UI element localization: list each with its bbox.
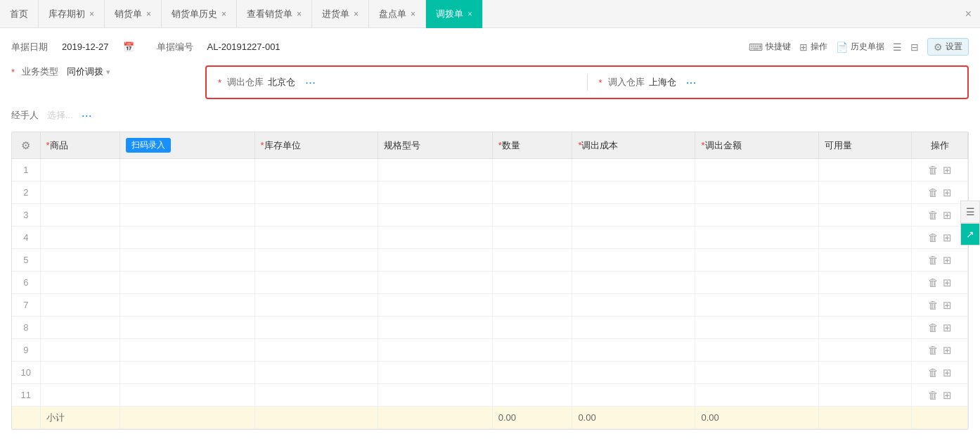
row-amount[interactable] (695, 204, 818, 227)
tab-transfer[interactable]: 调拨单 × (426, 0, 483, 28)
row-product[interactable] (40, 181, 120, 204)
row-qty[interactable] (492, 317, 572, 339)
tab-sales-order-close[interactable]: × (146, 9, 151, 19)
tab-inventory-init-close[interactable]: × (89, 9, 94, 19)
row-amount[interactable] (695, 294, 818, 317)
row-product[interactable] (40, 384, 120, 407)
float-expand-button[interactable]: ↗ (960, 223, 980, 246)
copy-icon[interactable]: ⊞ (943, 231, 952, 244)
row-unit[interactable] (254, 272, 378, 294)
tab-inventory-init[interactable]: 库存期初 × (39, 0, 105, 28)
row-spec[interactable] (378, 384, 492, 407)
settings-button[interactable]: ⚙ 设置 (927, 38, 969, 56)
row-spec[interactable] (378, 249, 492, 272)
row-spec[interactable] (378, 227, 492, 249)
delete-icon[interactable]: 🗑 (928, 321, 939, 333)
row-amount[interactable] (695, 339, 818, 362)
row-amount[interactable] (695, 227, 818, 249)
person-select[interactable]: 选择... (47, 109, 73, 122)
col-header-gear[interactable]: ⚙ (12, 132, 40, 159)
tab-view-sales[interactable]: 查看销货单 × (237, 0, 312, 28)
row-amount[interactable] (695, 249, 818, 272)
tab-sales-history[interactable]: 销货单历史 × (162, 0, 237, 28)
row-amount[interactable] (695, 159, 818, 181)
out-warehouse-more-icon[interactable]: ··· (305, 76, 316, 89)
copy-icon[interactable]: ⊞ (943, 367, 952, 379)
close-all-button[interactable]: × (957, 8, 980, 20)
row-cost[interactable] (572, 339, 695, 362)
row-spec[interactable] (378, 317, 492, 339)
row-unit[interactable] (254, 384, 378, 407)
row-amount[interactable] (695, 317, 818, 339)
row-unit[interactable] (254, 317, 378, 339)
row-spec[interactable] (378, 204, 492, 227)
row-unit[interactable] (254, 249, 378, 272)
delete-icon[interactable]: 🗑 (928, 389, 939, 401)
tab-view-sales-close[interactable]: × (297, 9, 302, 19)
layout-grid-button[interactable]: ⊟ (910, 42, 919, 53)
row-amount[interactable] (695, 362, 818, 384)
in-warehouse-value[interactable]: 上海仓 (649, 76, 676, 89)
tab-purchase[interactable]: 进货单 × (312, 0, 369, 28)
calendar-icon[interactable]: 📅 (123, 42, 134, 52)
row-cost[interactable] (572, 181, 695, 204)
copy-icon[interactable]: ⊞ (943, 164, 952, 177)
layout-list-button[interactable]: ☰ (893, 42, 902, 53)
row-product[interactable] (40, 272, 120, 294)
delete-icon[interactable]: 🗑 (928, 299, 939, 311)
row-spec[interactable] (378, 159, 492, 181)
row-spec[interactable] (378, 294, 492, 317)
row-cost[interactable] (572, 272, 695, 294)
copy-icon[interactable]: ⊞ (943, 299, 952, 312)
delete-icon[interactable]: 🗑 (928, 231, 939, 243)
delete-icon[interactable]: 🗑 (928, 367, 939, 378)
row-cost[interactable] (572, 159, 695, 181)
row-product[interactable] (40, 227, 120, 249)
row-cost[interactable] (572, 249, 695, 272)
copy-icon[interactable]: ⊞ (943, 209, 952, 222)
tab-sales-history-close[interactable]: × (221, 9, 226, 19)
copy-icon[interactable]: ⊞ (943, 389, 952, 402)
row-unit[interactable] (254, 159, 378, 181)
row-spec[interactable] (378, 339, 492, 362)
tab-purchase-close[interactable]: × (354, 9, 359, 19)
out-warehouse-value[interactable]: 北京仓 (268, 76, 295, 89)
row-product[interactable] (40, 204, 120, 227)
tab-sales-order[interactable]: 销货单 × (105, 0, 162, 28)
row-product[interactable] (40, 249, 120, 272)
operations-button[interactable]: ⊞ 操作 (799, 41, 827, 53)
shortcuts-button[interactable]: ⌨ 快捷键 (749, 41, 791, 53)
copy-icon[interactable]: ⊞ (943, 254, 952, 267)
row-product[interactable] (40, 317, 120, 339)
row-spec[interactable] (378, 181, 492, 204)
row-product[interactable] (40, 159, 120, 181)
tab-inventory-check-close[interactable]: × (411, 9, 415, 19)
business-type-select[interactable]: 同价调拨 ▾ (67, 65, 110, 78)
copy-icon[interactable]: ⊞ (943, 276, 952, 289)
row-unit[interactable] (254, 362, 378, 384)
row-unit[interactable] (254, 294, 378, 317)
row-qty[interactable] (492, 384, 572, 407)
row-unit[interactable] (254, 339, 378, 362)
row-qty[interactable] (492, 227, 572, 249)
tab-inventory-check[interactable]: 盘点单 × (369, 0, 426, 28)
row-unit[interactable] (254, 227, 378, 249)
scan-button[interactable]: 扫码录入 (126, 138, 171, 153)
copy-icon[interactable]: ⊞ (943, 321, 952, 334)
tab-transfer-close[interactable]: × (468, 9, 472, 19)
delete-icon[interactable]: 🗑 (928, 254, 939, 266)
delete-icon[interactable]: 🗑 (928, 209, 939, 221)
row-qty[interactable] (492, 159, 572, 181)
in-warehouse-more-icon[interactable]: ··· (686, 76, 697, 89)
delete-icon[interactable]: 🗑 (928, 344, 939, 356)
delete-icon[interactable]: 🗑 (928, 186, 939, 198)
history-button[interactable]: 📄 历史单据 (836, 41, 884, 53)
row-product[interactable] (40, 362, 120, 384)
row-qty[interactable] (492, 181, 572, 204)
row-qty[interactable] (492, 339, 572, 362)
row-cost[interactable] (572, 384, 695, 407)
tab-home[interactable]: 首页 (0, 0, 39, 28)
row-cost[interactable] (572, 204, 695, 227)
delete-icon[interactable]: 🗑 (928, 276, 939, 288)
row-qty[interactable] (492, 249, 572, 272)
